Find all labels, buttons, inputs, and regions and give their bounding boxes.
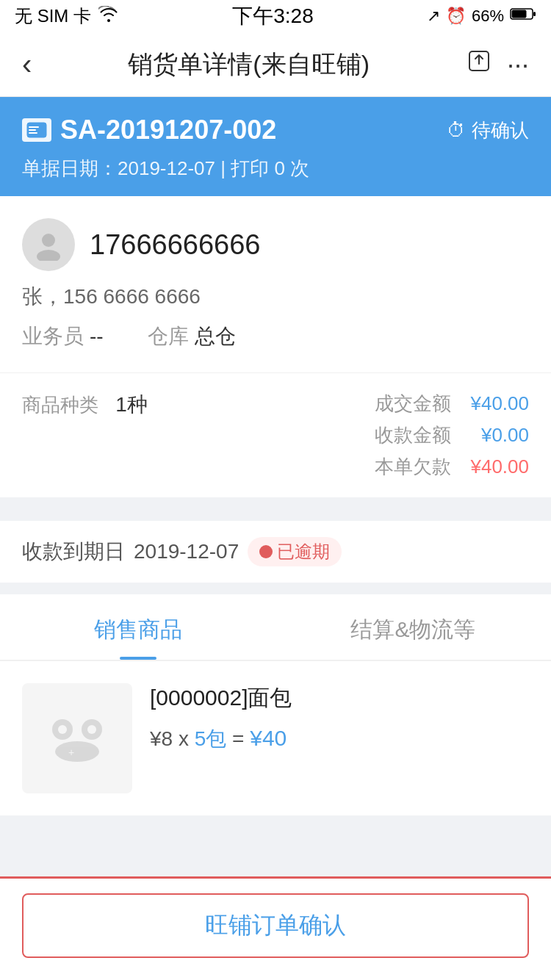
overdue-dot-icon <box>259 545 273 558</box>
header-card: SA-20191207-002 ⏱ 待确认 单据日期：2019-12-07 | … <box>0 97 551 196</box>
avatar <box>22 218 75 271</box>
location-icon: ↗ <box>427 7 440 26</box>
order-status-badge: ⏱ 待确认 <box>447 118 529 143</box>
svg-point-9 <box>37 250 60 261</box>
confirm-button[interactable]: 旺铺订单确认 <box>22 893 529 958</box>
svg-rect-2 <box>512 10 527 18</box>
customer-header: 17666666666 <box>22 218 529 271</box>
status-left: 无 SIM 卡 <box>15 4 119 28</box>
svg-rect-1 <box>533 12 536 16</box>
price-qty: 5包 <box>195 727 227 750</box>
share-icon[interactable] <box>466 48 492 81</box>
warehouse-label: 仓库 <box>148 323 189 350</box>
svg-point-13 <box>87 725 96 734</box>
svg-rect-7 <box>29 132 37 134</box>
svg-point-14 <box>55 741 99 762</box>
alarm-icon: ⏰ <box>446 7 466 26</box>
customer-section: 17666666666 张，156 6666 6666 业务员 -- 仓库 总仓 <box>0 196 551 372</box>
due-label: 收款到期日 <box>22 538 125 566</box>
more-icon[interactable]: ··· <box>507 49 529 80</box>
order-id: SA-20191207-002 <box>22 115 276 145</box>
price-text: ¥8 x <box>150 727 195 750</box>
nav-actions: ··· <box>466 48 529 81</box>
svg-rect-5 <box>29 126 39 128</box>
customer-phone: 17666666666 <box>90 229 260 261</box>
overdue-text: 已逾期 <box>277 540 330 563</box>
owed-label: 本单欠款 <box>375 454 451 480</box>
due-value: 2019-12-07 <box>134 540 239 563</box>
overdue-badge: 已逾期 <box>248 537 342 566</box>
product-section: + [0000002]面包 ¥8 x 5包 = ¥40 <box>0 661 551 815</box>
price-total: ¥40 <box>250 726 287 750</box>
customer-name-detail: 张，156 6666 6666 <box>22 283 529 311</box>
product-type: 商品种类 1种 <box>22 391 148 419</box>
tab-settlement-logistics[interactable]: 结算&物流等 <box>276 594 551 660</box>
deal-amount-label: 成交金额 <box>375 391 451 417</box>
status-time: 下午3:28 <box>232 2 314 30</box>
page-title: 销货单详情(来自旺铺) <box>128 48 370 82</box>
price-equals: = <box>226 727 250 750</box>
product-price: ¥8 x 5包 = ¥40 <box>150 725 529 753</box>
customer-meta: 业务员 -- 仓库 总仓 <box>22 323 529 350</box>
battery-icon <box>510 7 536 26</box>
owed-value: ¥40.00 <box>463 455 529 478</box>
battery-label: 66% <box>472 7 504 26</box>
tab-sales-products[interactable]: 销售商品 <box>0 594 276 660</box>
received-label: 收款金额 <box>375 422 451 448</box>
due-section: 收款到期日 2019-12-07 已逾期 <box>0 509 551 583</box>
svg-rect-6 <box>29 129 36 131</box>
back-button[interactable]: ‹ <box>22 48 32 81</box>
svg-point-8 <box>42 234 55 247</box>
header-date: 单据日期：2019-12-07 | 打印 0 次 <box>22 156 529 181</box>
warehouse-value: 总仓 <box>195 323 236 350</box>
product-type-label: 商品种类 <box>22 394 98 416</box>
product-info: [0000002]面包 ¥8 x 5包 = ¥40 <box>150 683 529 753</box>
product-type-value: 1种 <box>115 393 148 416</box>
svg-point-12 <box>58 725 67 734</box>
clock-icon: ⏱ <box>447 119 466 142</box>
amount-details: 成交金额 ¥40.00 收款金额 ¥0.00 本单欠款 ¥40.00 <box>375 391 529 480</box>
order-icon <box>22 118 51 142</box>
received-value: ¥0.00 <box>463 424 529 447</box>
sales-rep-label: 业务员 <box>22 323 84 350</box>
carrier-label: 无 SIM 卡 <box>15 4 91 28</box>
wifi-icon <box>98 6 119 26</box>
nav-bar: ‹ 销货单详情(来自旺铺) ··· <box>0 32 551 97</box>
status-right: ↗ ⏰ 66% <box>427 7 536 26</box>
product-name: [0000002]面包 <box>150 683 529 713</box>
product-thumbnail: + <box>22 683 132 793</box>
sales-rep-value: -- <box>90 325 104 348</box>
amount-section: 商品种类 1种 成交金额 ¥40.00 收款金额 ¥0.00 本单欠款 ¥40.… <box>0 372 551 497</box>
deal-amount-value: ¥40.00 <box>463 392 529 415</box>
status-bar: 无 SIM 卡 下午3:28 ↗ ⏰ 66% <box>0 0 551 32</box>
bottom-action-bar: 旺铺订单确认 <box>0 876 551 980</box>
tabs-section: 销售商品 结算&物流等 <box>0 583 551 661</box>
svg-text:+: + <box>68 746 74 758</box>
